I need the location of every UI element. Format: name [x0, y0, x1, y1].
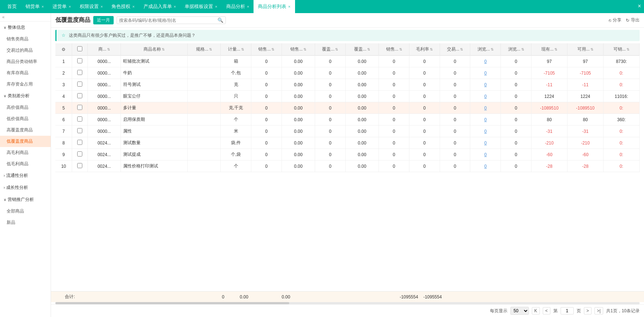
row-checkbox-cell[interactable]: [72, 102, 88, 114]
close-icon[interactable]: ×: [101, 4, 103, 9]
window-close-button[interactable]: ×: [638, 3, 641, 9]
row-code: 0000...: [87, 91, 121, 102]
sidebar-item-stock-capital[interactable]: 库存资金占用: [0, 79, 51, 90]
row-checkbox-cell[interactable]: [72, 149, 88, 161]
row-browse1[interactable]: 0: [470, 137, 501, 149]
row-checkbox[interactable]: [77, 82, 82, 87]
row-sales-qty: 0: [251, 161, 282, 172]
row-browse2: 0: [501, 56, 531, 67]
page-number-input[interactable]: [561, 307, 574, 314]
header-actions: ⎋ 分享 ↻ 导出: [609, 17, 640, 23]
row-checkbox-cell[interactable]: [72, 91, 88, 102]
close-icon[interactable]: ×: [247, 4, 249, 9]
sidebar-item-all-goods[interactable]: 全部商品: [0, 206, 51, 217]
sidebar-section-growth[interactable]: › 成长性分析: [0, 182, 51, 194]
row-checkbox[interactable]: [77, 105, 82, 110]
row-browse1[interactable]: 0: [470, 149, 501, 161]
row-checkbox-cell[interactable]: [72, 137, 88, 149]
row-checkbox-cell[interactable]: [72, 56, 88, 67]
nav-tab-sales[interactable]: 销货单 ×: [21, 0, 48, 13]
sidebar-item-high-margin[interactable]: 高毛利商品: [0, 147, 51, 158]
nav-tab-permission[interactable]: 权限设置 ×: [75, 0, 107, 13]
sidebar-item-low-margin[interactable]: 低毛利商品: [0, 158, 51, 170]
row-browse1[interactable]: 0: [470, 91, 501, 102]
row-spec: [187, 102, 220, 114]
nav-tab-purchase[interactable]: 进货单 ×: [48, 0, 75, 13]
row-checkbox[interactable]: [77, 163, 82, 168]
row-code: 0000...: [87, 102, 121, 114]
row-num: 7: [55, 126, 72, 137]
close-icon[interactable]: ×: [215, 4, 217, 9]
sidebar-section-marketing[interactable]: ∨ 营销推广分析: [0, 194, 51, 206]
row-checkbox[interactable]: [77, 58, 82, 63]
nav-tab-template[interactable]: 单据模板设置 ×: [180, 0, 221, 13]
row-unit: 克: [221, 79, 251, 91]
last-page-button[interactable]: >|: [594, 307, 603, 314]
search-input[interactable]: [119, 18, 217, 23]
row-browse1[interactable]: 0: [470, 79, 501, 91]
row-browse1[interactable]: 0: [470, 56, 501, 67]
column-trade: 交易...⇅: [440, 43, 470, 56]
nav-tab-role[interactable]: 角色授权 ×: [107, 0, 139, 13]
row-browse1[interactable]: 0: [470, 126, 501, 137]
row-checkbox[interactable]: [77, 93, 82, 98]
prev-page-button[interactable]: <: [543, 307, 550, 314]
close-icon[interactable]: ×: [174, 4, 176, 9]
row-checkbox-cell[interactable]: [72, 79, 88, 91]
column-gross-rate: 毛利率⇅: [409, 43, 440, 56]
sidebar-item-low-value[interactable]: 低价值商品: [0, 113, 51, 124]
row-available: -1089510: [567, 102, 603, 114]
next-page-button[interactable]: >: [584, 307, 592, 314]
total-label: 合计:: [55, 294, 85, 300]
row-num: 9: [55, 149, 72, 161]
first-page-button[interactable]: K: [532, 307, 540, 314]
sidebar-item-traded-goods[interactable]: 交易过的商品: [0, 45, 51, 56]
close-icon[interactable]: ×: [288, 4, 290, 9]
row-checkbox-cell[interactable]: [72, 114, 88, 126]
sidebar-item-category-sales-rate[interactable]: 商品分类动销率: [0, 56, 51, 67]
total-available: -1095554: [421, 294, 444, 300]
row-sales-qty: 0: [251, 126, 282, 137]
nav-tab-analysis[interactable]: 商品分析 ×: [222, 0, 254, 13]
row-checkbox-cell[interactable]: [72, 67, 88, 79]
nav-tab-home[interactable]: 首页: [3, 0, 21, 13]
sidebar-item-high-coverage[interactable]: 高覆盖度商品: [0, 124, 51, 136]
row-browse1[interactable]: 0: [470, 67, 501, 79]
row-checkbox[interactable]: [77, 116, 82, 122]
row-code: 0000...: [87, 67, 121, 79]
sidebar-item-low-coverage[interactable]: 低覆盖度商品: [0, 136, 51, 147]
close-icon[interactable]: ×: [68, 4, 71, 9]
export-icon: ↻: [626, 18, 629, 23]
sidebar-item-high-value[interactable]: 高价值商品: [0, 102, 51, 113]
row-browse2: 0: [501, 114, 531, 126]
row-checkbox[interactable]: [77, 128, 82, 133]
row-checkbox-cell[interactable]: [72, 126, 88, 137]
close-icon[interactable]: ×: [42, 4, 44, 9]
nav-tab-product[interactable]: 产成品入库单 ×: [139, 0, 180, 13]
sidebar-item-stock-goods[interactable]: 有库存商品: [0, 67, 51, 79]
row-checkbox[interactable]: [77, 70, 82, 75]
export-button[interactable]: ↻ 导出: [626, 17, 640, 23]
row-checkbox[interactable]: [77, 140, 82, 145]
row-checkbox-cell[interactable]: [72, 161, 88, 172]
row-spec: [187, 149, 220, 161]
per-page-select[interactable]: 50 10 20 100: [510, 307, 529, 315]
sidebar-section-category[interactable]: ∨ 类别差分析: [0, 90, 51, 102]
row-browse1[interactable]: 0: [470, 102, 501, 114]
period-button[interactable]: 近一月: [93, 16, 114, 24]
column-settings[interactable]: ⚙: [55, 43, 72, 56]
sidebar-collapse-button[interactable]: «: [0, 13, 51, 21]
total-current-stock: -1095554: [397, 294, 421, 300]
sidebar-item-new-goods[interactable]: 新品: [0, 217, 51, 228]
row-checkbox[interactable]: [77, 151, 82, 156]
sidebar-section-liquidity[interactable]: › 流通性分析: [0, 170, 51, 182]
share-button[interactable]: ⎋ 分享: [609, 17, 621, 23]
select-all-checkbox[interactable]: [77, 46, 82, 51]
nav-tab-analysis-list[interactable]: 商品分析列表 ×: [254, 0, 295, 13]
sidebar-item-sales-goods[interactable]: 销售类商品: [0, 33, 51, 45]
row-browse1[interactable]: 0: [470, 114, 501, 126]
row-sales-qty: 0: [251, 56, 282, 67]
sidebar-section-overall[interactable]: ∨ 整体信息: [0, 21, 51, 33]
close-icon[interactable]: ×: [132, 4, 134, 9]
row-browse1[interactable]: 0: [470, 161, 501, 172]
